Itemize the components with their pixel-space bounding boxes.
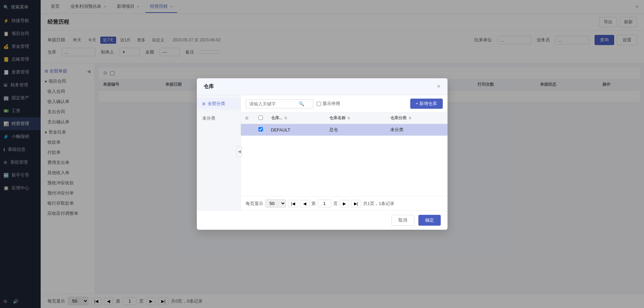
warehouse-modal: 仓库 × ⊞ 全部分类 ◀ 未分类 [197,78,448,230]
modal-right-panel: 🔍 显示停用 + 新增仓库 ⚙ [241,95,448,210]
grid-icon-small: ⊞ [202,102,205,106]
page-suffix: 页 [333,201,338,207]
row-settings [241,124,254,136]
modal-left-panel: ⊞ 全部分类 ◀ 未分类 [197,95,241,210]
modal-prev-page[interactable]: ◀ [300,200,309,207]
cancel-button[interactable]: 取消 [391,215,414,226]
add-warehouse-button[interactable]: + 新增仓库 [410,99,442,109]
modal-footer: 取消 确定 [197,210,448,230]
modal-next-page[interactable]: ▶ [340,200,349,207]
modal-left-collapse-btn[interactable]: ◀ [236,146,242,157]
modal-total-label: 共1页，1条记录 [363,201,394,207]
col-warehouse-name: 仓库名称 ⇅ [325,112,386,124]
modal-table-row[interactable]: DEFAULT 总仓 未分类 [241,124,448,136]
sort-icon: ⇅ [347,116,350,120]
modal-overlay: 仓库 × ⊞ 全部分类 ◀ 未分类 [0,0,644,308]
modal-last-page[interactable]: ▶| [351,200,361,207]
modal-left-unclassified[interactable]: 未分类 [197,112,241,124]
modal-table-wrapper: ⚙ 仓库... ⇅ 仓库名称 [241,112,448,196]
modal-table: ⚙ 仓库... ⇅ 仓库名称 [241,112,448,136]
row-checkbox[interactable] [254,124,267,136]
col-warehouse-code: 仓库... ⇅ [267,112,325,124]
col-warehouse-category: 仓库分类 ⇅ [386,112,447,124]
row-category: 未分类 [386,124,447,136]
sort-icon: ⇅ [284,116,287,120]
sort-icon: ⇅ [409,116,411,120]
modal-left-all[interactable]: ⊞ 全部分类 [197,98,241,109]
page-prefix: 第 [311,201,316,207]
table-select-all[interactable] [258,116,263,120]
modal-header: 仓库 × [197,78,448,95]
row-name: 总仓 [325,124,386,136]
show-disabled-checkbox-label[interactable]: 显示停用 [317,101,340,107]
modal-title: 仓库 [204,83,214,90]
confirm-button[interactable]: 确定 [418,215,441,226]
modal-pagination: 每页显示 50 10 20 100 |◀ ◀ 第 页 ▶ ▶| 共1页，1条记录 [241,196,448,210]
modal-toolbar: 🔍 显示停用 + 新增仓库 [241,95,448,112]
search-icon[interactable]: 🔍 [299,101,304,106]
modal-close-button[interactable]: × [437,83,441,90]
modal-search-input[interactable] [249,101,297,106]
show-disabled-label: 显示停用 [323,101,340,107]
col-checkbox [254,112,267,124]
modal-search-box[interactable]: 🔍 [246,99,313,108]
modal-page-input[interactable] [318,200,331,207]
gear-icon[interactable]: ⚙ [245,116,249,121]
col-settings: ⚙ [241,112,254,124]
row-code: DEFAULT [267,124,325,136]
modal-first-page[interactable]: |◀ [288,200,298,207]
show-disabled-checkbox[interactable] [317,102,321,106]
divider [197,111,241,111]
per-page-label: 每页显示 [246,201,263,207]
row-select-checkbox[interactable] [258,127,263,131]
modal-body: ⊞ 全部分类 ◀ 未分类 🔍 [197,95,448,210]
modal-per-page-select[interactable]: 50 10 20 100 [265,199,286,208]
